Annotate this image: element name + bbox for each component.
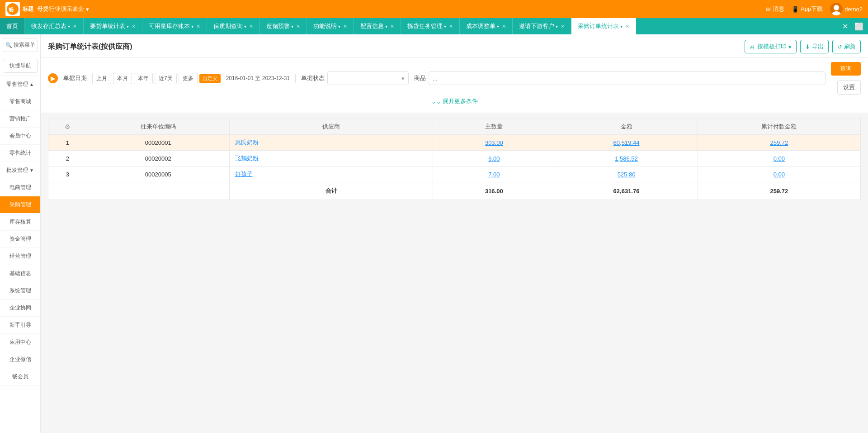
status-select[interactable]: ▾ [327, 71, 409, 85]
sidebar-item-basic-info[interactable]: 基础信息 [0, 265, 40, 282]
row-supplier[interactable]: 飞鹤奶粉 [229, 151, 433, 167]
tab-6-close-icon[interactable]: ✕ [343, 24, 347, 29]
template-print-button[interactable]: 🖨 按模板打印 ▾ [745, 40, 797, 53]
sidebar-item-app-center-label: 应用中心 [9, 339, 31, 345]
tab-3[interactable]: 可用量库存账本 ▾ ✕ [142, 18, 207, 34]
tab-9-close-icon[interactable]: ✕ [502, 24, 506, 29]
th-qty-label: 主数量 [485, 123, 503, 130]
amount-link[interactable]: 60,519.44 [613, 139, 640, 146]
date-btn-more[interactable]: 更多 [179, 73, 198, 84]
supplier-link[interactable]: 飞鹤奶粉 [235, 155, 259, 162]
row-amount: 525.80 [555, 167, 698, 182]
query-button[interactable]: 查询 [831, 62, 861, 76]
table-row[interactable]: 2 00020002 飞鹤奶粉 6.00 1,586.52 0.00 [48, 151, 861, 167]
nav-close-icon[interactable]: ✕ [840, 20, 851, 33]
row-code: 00020002 [87, 151, 229, 167]
tab-8-arrow: ▾ [444, 24, 446, 29]
supplier-link[interactable]: 好孩子 [235, 171, 253, 177]
th-settings: ⚙ [48, 119, 87, 135]
sidebar-item-members[interactable]: 会员中心 [0, 128, 40, 145]
tab-8-close-icon[interactable]: ✕ [449, 24, 453, 29]
sidebar-item-app-center[interactable]: 应用中心 [0, 334, 40, 351]
date-btn-this-year[interactable]: 本年 [134, 73, 153, 84]
tab-4[interactable]: 保质期查询 ▾ ✕ [207, 18, 260, 34]
date-btn-last-month[interactable]: 上月 [92, 73, 111, 84]
date-btn-7days[interactable]: 近7天 [155, 73, 177, 84]
tab-10-arrow: ▾ [556, 24, 558, 29]
tab-8[interactable]: 拣货任务管理 ▾ ✕ [401, 18, 460, 34]
tab-3-close-icon[interactable]: ✕ [196, 24, 200, 29]
row-supplier[interactable]: 好孩子 [229, 167, 433, 182]
top-bar-left: 畅 标题 母婴行业演示账套 ▾ [5, 2, 89, 16]
tab-6[interactable]: 功能说明 ▾ ✕ [307, 18, 354, 34]
table-footer: 合计 316.00 62,631.76 259.72 [48, 182, 861, 200]
nav-maximize-icon[interactable]: ⬜ [852, 20, 866, 33]
sidebar-item-operations[interactable]: 经营管理 [0, 248, 40, 265]
tab-7-close-icon[interactable]: ✕ [390, 24, 394, 29]
column-settings-icon[interactable]: ⚙ [65, 123, 71, 130]
tab-5[interactable]: 超储预警 ▾ ✕ [260, 18, 307, 34]
paid-link[interactable]: 259.72 [770, 139, 788, 146]
tab-2[interactable]: 要货单统计表 ▾ ✕ [84, 18, 142, 34]
refresh-button[interactable]: ↺ 刷新 [832, 40, 861, 53]
quick-nav-button[interactable]: 快捷导航 [3, 59, 38, 73]
qty-link[interactable]: 6.00 [488, 155, 500, 162]
sidebar-item-inventory[interactable]: 库存核算 [0, 214, 40, 231]
user-avatar[interactable]: demo2 [830, 3, 863, 15]
sidebar-item-ecommerce[interactable]: 电商管理 [0, 179, 40, 196]
filter-toggle-button[interactable]: ▶ [48, 73, 58, 83]
tab-home[interactable]: 首页 [0, 18, 25, 34]
sidebar-item-retail-shop[interactable]: 零售商城 [0, 93, 40, 110]
tab-10[interactable]: 邀请下游客户 ▾ ✕ [513, 18, 571, 34]
sidebar-item-member-vip[interactable]: 畅会员 [0, 368, 40, 385]
sidebar-item-finance[interactable]: 资金管理 [0, 231, 40, 248]
sidebar-item-cooperation[interactable]: 企业协同 [0, 300, 40, 317]
expand-button[interactable]: ⌄⌄ 展开更多条件 [431, 97, 478, 105]
sidebar-item-retail[interactable]: 零售管理 ▲ [0, 76, 40, 93]
sidebar-item-wechat[interactable]: 企业微信 [0, 351, 40, 368]
tab-11[interactable]: 采购订单统计表 ▾ ✕ [571, 18, 636, 34]
amount-link[interactable]: 525.80 [618, 171, 636, 178]
message-button[interactable]: ✉ 消息 [766, 5, 784, 13]
workspace-selector[interactable]: 母婴行业演示账套 ▾ [37, 5, 89, 13]
qty-link[interactable]: 7.00 [488, 171, 500, 178]
th-paid: 累计付款金额 [698, 119, 860, 135]
message-icon: ✉ [766, 6, 771, 13]
tab-6-arrow: ▾ [338, 24, 340, 29]
footer-amount: 62,631.76 [555, 182, 698, 200]
settings-button[interactable]: 设置 [837, 80, 861, 95]
table-row[interactable]: 3 00020005 好孩子 7.00 525.80 0.00 [48, 167, 861, 182]
tab-7[interactable]: 配置信息 ▾ ✕ [354, 18, 401, 34]
app-download-button[interactable]: 📱 App下载 [792, 5, 823, 13]
tab-1-close-icon[interactable]: ✕ [73, 24, 77, 29]
sidebar-item-purchase[interactable]: 采购管理 [0, 196, 40, 214]
date-btn-this-month[interactable]: 本月 [113, 73, 132, 84]
export-label: 导出 [812, 43, 824, 51]
table-row[interactable]: 1 00020001 惠氏奶粉 303.00 60,519.44 259.72 [48, 135, 861, 151]
paid-link[interactable]: 0.00 [774, 155, 785, 162]
row-supplier[interactable]: 惠氏奶粉 [229, 135, 433, 151]
sidebar: 🔍 搜索菜单 快捷导航 零售管理 ▲ 零售商城 营销推广 会员中心 零售统计 批… [0, 34, 41, 433]
sidebar-item-retail-stats[interactable]: 零售统计 [0, 145, 40, 162]
sidebar-item-wholesale[interactable]: 批发管理 ▼ [0, 162, 40, 179]
date-btn-custom[interactable]: 自定义 [199, 74, 221, 83]
search-menu-button[interactable]: 🔍 搜索菜单 [3, 38, 38, 52]
tab-1[interactable]: 收发存汇总表 ▾ ✕ [25, 18, 84, 34]
paid-link[interactable]: 0.00 [774, 171, 785, 178]
export-button[interactable]: ⬇ 导出 [800, 40, 829, 53]
sidebar-item-member-vip-label: 畅会员 [12, 373, 28, 380]
tab-10-close-icon[interactable]: ✕ [561, 24, 565, 29]
qty-link[interactable]: 303.00 [485, 139, 503, 146]
tab-2-close-icon[interactable]: ✕ [132, 24, 136, 29]
tab-5-close-icon[interactable]: ✕ [296, 24, 300, 29]
amount-link[interactable]: 1,586.52 [615, 155, 638, 162]
goods-input[interactable] [429, 71, 826, 85]
supplier-link[interactable]: 惠氏奶粉 [235, 139, 259, 146]
sidebar-item-system[interactable]: 系统管理 [0, 282, 40, 300]
sidebar-item-ecommerce-label: 电商管理 [9, 184, 31, 190]
sidebar-item-marketing[interactable]: 营销推广 [0, 110, 40, 128]
tab-4-close-icon[interactable]: ✕ [249, 24, 253, 29]
sidebar-item-guide[interactable]: 新手引导 [0, 317, 40, 334]
tab-9[interactable]: 成本调整单 ▾ ✕ [460, 18, 513, 34]
tab-11-close-icon[interactable]: ✕ [625, 24, 629, 29]
